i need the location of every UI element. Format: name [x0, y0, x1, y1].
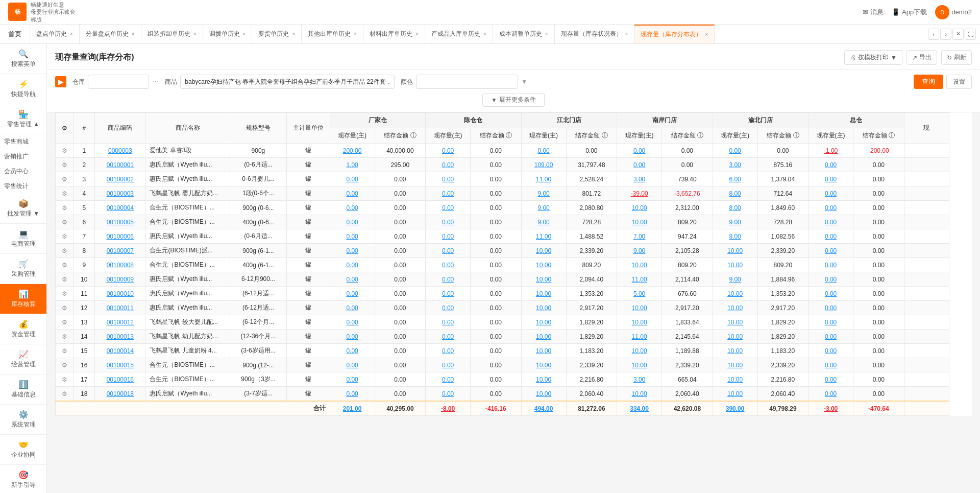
cell-na-stock[interactable]: 10.00: [617, 387, 662, 402]
sidebar-item-inventory[interactable]: 📊 库存核算: [0, 284, 46, 314]
cell-na-stock[interactable]: 3.00: [617, 372, 662, 387]
cell-che-stock[interactable]: 0.00: [426, 244, 471, 258]
cell-tot-stock[interactable]: 0.00: [808, 387, 853, 402]
cell-fac-stock[interactable]: 0.00: [330, 358, 375, 372]
settings-button[interactable]: 设置: [946, 75, 972, 89]
cell-tot-stock[interactable]: 0.00: [808, 358, 853, 372]
cell-che-stock[interactable]: 0.00: [426, 330, 471, 344]
cell-code[interactable]: 00100015: [95, 358, 145, 372]
cell-code[interactable]: 00100010: [95, 287, 145, 301]
cell-jb-stock[interactable]: 10.00: [521, 358, 566, 372]
tab-close-chanchenp[interactable]: ×: [483, 31, 486, 37]
tab-close-yaohuo[interactable]: ×: [292, 31, 295, 37]
cell-na-stock[interactable]: 11.00: [617, 272, 662, 287]
cell-gear[interactable]: ⚙: [56, 344, 74, 358]
cell-gear[interactable]: ⚙: [56, 229, 74, 244]
sidebar-item-purchase[interactable]: 🛒 采购管理: [0, 254, 46, 284]
cell-jb-stock[interactable]: 9.00: [521, 201, 566, 215]
sidebar-item-search[interactable]: 🔍 搜索英单: [0, 44, 46, 74]
goods-input[interactable]: [180, 75, 395, 89]
tab-close-xiancun-fb[interactable]: ×: [705, 32, 708, 37]
cell-gear[interactable]: ⚙: [56, 315, 74, 330]
cell-jb-stock[interactable]: 11.00: [521, 172, 566, 186]
cell-jb-stock[interactable]: 109.00: [521, 158, 566, 172]
refresh-button[interactable]: ↻ 刷新: [941, 50, 972, 65]
cell-tot-stock[interactable]: 0.00: [808, 344, 853, 358]
tab-close-cailiaoch[interactable]: ×: [415, 31, 419, 37]
cell-tot-stock[interactable]: 0.00: [808, 315, 853, 330]
cell-che-stock[interactable]: 0.00: [426, 229, 471, 244]
cell-na-stock[interactable]: 7.00: [617, 229, 662, 244]
warehouse-input[interactable]: [88, 75, 149, 89]
cell-fac-stock[interactable]: 0.00: [330, 215, 375, 229]
cell-fac-stock[interactable]: 0.00: [330, 172, 375, 186]
tab-zuzhuang[interactable]: 组装拆卸单历史 ×: [141, 25, 203, 44]
cell-tot-stock[interactable]: 0.00: [808, 229, 853, 244]
cell-tot-stock[interactable]: 0.00: [808, 301, 853, 315]
cell-yb-stock[interactable]: 8.00: [713, 229, 757, 244]
tab-close-qitachu[interactable]: ×: [354, 31, 357, 37]
tab-close-all-btn[interactable]: ✕: [952, 29, 964, 40]
cell-code[interactable]: 00100014: [95, 344, 145, 358]
cell-code[interactable]: 00100001: [95, 158, 145, 172]
cell-che-stock[interactable]: 0.00: [426, 301, 471, 315]
cell-na-stock[interactable]: 10.00: [617, 358, 662, 372]
query-button[interactable]: 查询: [914, 75, 943, 89]
cell-tot-stock[interactable]: 0.00: [808, 244, 853, 258]
cell-code[interactable]: 00100005: [95, 215, 145, 229]
cell-fac-stock[interactable]: 0.00: [330, 272, 375, 287]
cell-gear[interactable]: ⚙: [56, 201, 74, 215]
cell-na-stock[interactable]: 10.00: [617, 344, 662, 358]
cell-fac-stock[interactable]: 0.00: [330, 387, 375, 402]
print-button[interactable]: 🖨 按模板打印 ▼: [844, 50, 902, 65]
cell-yb-stock[interactable]: 10.00: [713, 258, 757, 272]
cell-fac-stock[interactable]: 0.00: [330, 258, 375, 272]
cell-na-stock[interactable]: 5.00: [617, 287, 662, 301]
cell-gear[interactable]: ⚙: [56, 172, 74, 186]
cell-tot-stock[interactable]: -1.00: [808, 144, 853, 158]
cell-jb-stock[interactable]: 10.00: [521, 258, 566, 272]
tab-close-zuzhuang[interactable]: ×: [193, 31, 197, 37]
cell-gear[interactable]: ⚙: [56, 330, 74, 344]
cell-gear[interactable]: ⚙: [56, 358, 74, 372]
cell-na-stock[interactable]: 10.00: [617, 258, 662, 272]
cell-jb-stock[interactable]: 9.00: [521, 186, 566, 201]
cell-che-stock[interactable]: 0.00: [426, 287, 471, 301]
cell-fac-stock[interactable]: 0.00: [330, 315, 375, 330]
cell-na-stock[interactable]: 10.00: [617, 315, 662, 330]
sidebar-item-member[interactable]: 会员中心: [0, 164, 46, 179]
cell-fac-stock[interactable]: 0.00: [330, 201, 375, 215]
tab-yaohuo[interactable]: 要货单历史 ×: [252, 25, 302, 44]
cell-yb-stock[interactable]: 10.00: [713, 301, 757, 315]
cell-gear[interactable]: ⚙: [56, 287, 74, 301]
cell-na-stock[interactable]: -39.00: [617, 186, 662, 201]
tab-fenpandian[interactable]: 分量盘点单历史 ×: [80, 25, 141, 44]
cell-yb-stock[interactable]: 8.00: [713, 186, 757, 201]
tab-chengbentiao[interactable]: 成本调整单历史 ×: [493, 25, 555, 44]
cell-tot-stock[interactable]: 0.00: [808, 272, 853, 287]
cell-fac-stock[interactable]: 0.00: [330, 287, 375, 301]
cell-code[interactable]: 00100006: [95, 229, 145, 244]
tab-chanchenp[interactable]: 产成品入库单历史 ×: [425, 25, 493, 44]
tab-next-btn[interactable]: ›: [940, 29, 951, 40]
cell-code[interactable]: 00100011: [95, 301, 145, 315]
sidebar-item-wholesale[interactable]: 📦 批发管理 ▼: [0, 194, 46, 224]
cell-na-stock[interactable]: 3.00: [617, 172, 662, 186]
tab-prev-btn[interactable]: ‹: [928, 29, 939, 40]
cell-jb-stock[interactable]: 10.00: [521, 387, 566, 402]
cell-jb-stock[interactable]: 10.00: [521, 330, 566, 344]
total-na-stock[interactable]: 334.00: [617, 401, 662, 416]
cell-jb-stock[interactable]: 10.00: [521, 315, 566, 330]
tab-qitachu[interactable]: 其他出库单历史 ×: [302, 25, 363, 44]
export-button[interactable]: ↗ 导出: [906, 50, 937, 65]
tab-xiancunliang-kc[interactable]: 现存量（库存状况表） ×: [555, 25, 635, 44]
sidebar-item-mall[interactable]: 零售商城: [0, 134, 46, 149]
sidebar-item-quicknav[interactable]: ⚡ 快捷导航: [0, 74, 46, 104]
cell-fac-stock[interactable]: 1.00: [330, 158, 375, 172]
cell-che-stock[interactable]: 0.00: [426, 172, 471, 186]
sidebar-item-baseinfo[interactable]: ℹ️ 基础信息: [0, 374, 46, 405]
cell-tot-stock[interactable]: 0.00: [808, 158, 853, 172]
cell-yb-stock[interactable]: 3.00: [713, 158, 757, 172]
cell-che-stock[interactable]: 0.00: [426, 315, 471, 330]
cell-yb-stock[interactable]: 10.00: [713, 315, 757, 330]
